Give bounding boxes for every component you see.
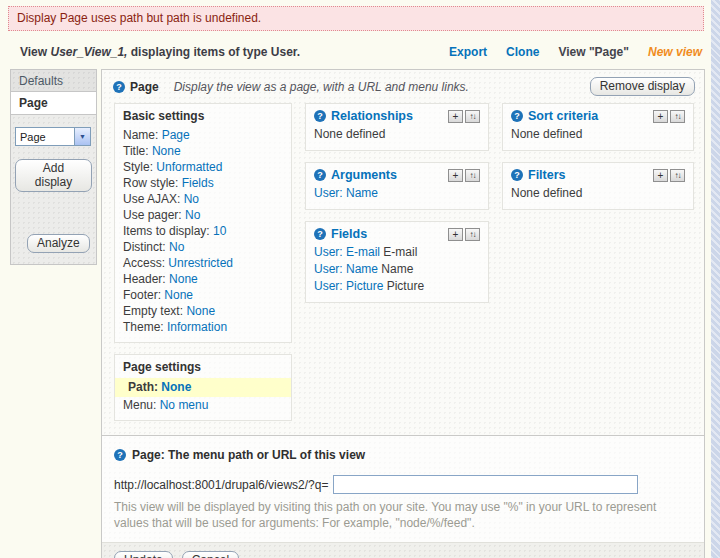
error-text: Display Page uses path but path is undef… <box>17 11 261 25</box>
path-form-title-text: Page: The menu path or URL of this view <box>132 448 365 462</box>
filters-header: ?Filters +↑↓ <box>511 168 685 182</box>
setting-value-link[interactable]: Unformatted <box>156 160 222 174</box>
cancel-button[interactable]: Cancel <box>182 551 239 558</box>
help-icon[interactable]: ? <box>314 110 326 122</box>
display-tabs-sidebar: Defaults Page Page ▼ Add display Analyze <box>10 69 97 265</box>
field-item: User: Picture Picture <box>314 278 480 295</box>
setting-value-link[interactable]: No <box>184 192 199 206</box>
arguments-header: ?Arguments +↑↓ <box>314 168 480 182</box>
clone-link[interactable]: Clone <box>506 45 539 59</box>
setting-row-menu: Menu: No menu <box>123 397 283 413</box>
display-editor-header: ? Page Display the view as a page, with … <box>102 70 704 101</box>
filters-title-link[interactable]: Filters <box>528 168 566 182</box>
column-basic: Basic settings Name: Page Title: None St… <box>114 103 292 432</box>
filters-section: ?Filters +↑↓ None defined <box>502 162 694 210</box>
display-type-select[interactable]: Page ▼ <box>15 127 91 146</box>
help-icon[interactable]: ? <box>511 110 523 122</box>
add-display-button[interactable]: Add display <box>15 159 92 192</box>
help-icon[interactable]: ? <box>114 449 126 461</box>
setting-value-link[interactable]: None <box>186 304 215 318</box>
arguments-section: ?Arguments +↑↓ User: Name <box>305 162 489 210</box>
view-page-link[interactable]: View "Page" <box>558 45 629 59</box>
setting-row-footer: Footer: None <box>123 287 283 303</box>
path-value-link[interactable]: None <box>161 380 191 394</box>
page-settings-panel: Page settings Path: None Menu: No menu <box>114 354 292 421</box>
add-icon[interactable]: + <box>653 169 668 182</box>
setting-value-link[interactable]: 10 <box>213 224 226 238</box>
arguments-title-link[interactable]: Arguments <box>331 168 397 182</box>
add-icon[interactable]: + <box>448 169 463 182</box>
field-link[interactable]: User: E-mail <box>314 245 380 259</box>
display-title: Page <box>130 80 159 94</box>
view-name: User_View_1, <box>50 45 127 59</box>
rearrange-icon[interactable]: ↑↓ <box>465 228 480 241</box>
setting-value-link[interactable]: None <box>164 288 193 302</box>
help-icon[interactable]: ? <box>113 81 125 93</box>
relationships-title-link[interactable]: Relationships <box>331 109 413 123</box>
sort-criteria-section: ?Sort criteria +↑↓ None defined <box>502 103 694 151</box>
argument-item: User: Name <box>314 185 480 202</box>
error-message-box: Display Page uses path but path is undef… <box>8 6 704 31</box>
display-editor: ? Page Display the view as a page, with … <box>101 69 705 558</box>
display-description: Display the view as a page, with a URL a… <box>174 80 469 94</box>
setting-value-link[interactable]: None <box>169 272 198 286</box>
rearrange-icon[interactable]: ↑↓ <box>670 110 685 123</box>
field-link[interactable]: User: Picture <box>314 279 383 293</box>
fields-header: ?Fields +↑↓ <box>314 227 480 241</box>
setting-value-link[interactable]: Fields <box>182 176 214 190</box>
page-settings-title: Page settings <box>123 359 283 376</box>
views-ui-content: Defaults Page Page ▼ Add display Analyze… <box>10 69 705 558</box>
add-icon[interactable]: + <box>448 110 463 123</box>
setting-value-link[interactable]: None <box>152 144 181 158</box>
setting-value-link[interactable]: Page <box>162 128 190 142</box>
rearrange-icon[interactable]: ↑↓ <box>465 110 480 123</box>
tab-defaults[interactable]: Defaults <box>10 69 97 92</box>
display-controls-panel: Page ▼ Add display Analyze <box>10 115 97 265</box>
url-prefix-label: http://localhost:8001/drupal6/views2/?q= <box>114 478 328 492</box>
remove-display-button[interactable]: Remove display <box>590 77 695 96</box>
menu-value-link[interactable]: No menu <box>160 398 209 412</box>
help-icon[interactable]: ? <box>314 228 326 240</box>
field-link[interactable]: User: Name <box>314 262 378 276</box>
setting-row-access: Access: Unrestricted <box>123 255 283 271</box>
relationships-empty-text: None defined <box>314 126 480 143</box>
rearrange-icon[interactable]: ↑↓ <box>670 169 685 182</box>
help-icon[interactable]: ? <box>314 169 326 181</box>
view-header-bar: View User_View_1, displaying items of ty… <box>0 36 720 66</box>
add-icon[interactable]: + <box>653 110 668 123</box>
setting-row-use-pager: Use pager: No <box>123 207 283 223</box>
relationships-section: ?Relationships +↑↓ None defined <box>305 103 489 151</box>
setting-value-link[interactable]: Unrestricted <box>168 256 233 270</box>
view-title-suffix: displaying items of type User. <box>131 45 300 59</box>
rearrange-icon[interactable]: ↑↓ <box>465 169 480 182</box>
column-right: ?Sort criteria +↑↓ None defined ?Filters… <box>502 103 694 221</box>
path-help-text: This view will be displayed by visiting … <box>114 499 692 531</box>
add-icon[interactable]: + <box>448 228 463 241</box>
basic-settings-title: Basic settings <box>123 108 283 125</box>
fields-title-link[interactable]: Fields <box>331 227 367 241</box>
help-icon[interactable]: ? <box>511 169 523 181</box>
setting-value-link[interactable]: No <box>185 208 200 222</box>
path-settings-form: ? Page: The menu path or URL of this vie… <box>102 435 704 558</box>
window-edge <box>711 0 720 558</box>
setting-row-style: Style: Unformatted <box>123 159 283 175</box>
setting-row-empty-text: Empty text: None <box>123 303 283 319</box>
analyze-button[interactable]: Analyze <box>27 234 90 253</box>
argument-link[interactable]: User: Name <box>314 186 378 200</box>
path-input[interactable] <box>333 475 638 494</box>
setting-row-header: Header: None <box>123 271 283 287</box>
setting-row-path: Path: None <box>115 378 291 397</box>
setting-value-link[interactable]: No <box>169 240 184 254</box>
setting-row-distinct: Distinct: No <box>123 239 283 255</box>
new-view-link[interactable]: New view <box>648 45 702 59</box>
update-button[interactable]: Update <box>114 551 173 558</box>
setting-row-use-ajax: Use AJAX: No <box>123 191 283 207</box>
dropdown-arrow-icon[interactable]: ▼ <box>74 128 90 145</box>
setting-row-title: Title: None <box>123 143 283 159</box>
setting-value-link[interactable]: Information <box>167 320 227 334</box>
relationships-header: ?Relationships +↑↓ <box>314 109 480 123</box>
tab-page[interactable]: Page <box>10 92 97 115</box>
export-link[interactable]: Export <box>449 45 487 59</box>
sort-criteria-empty-text: None defined <box>511 126 685 143</box>
sort-criteria-title-link[interactable]: Sort criteria <box>528 109 598 123</box>
